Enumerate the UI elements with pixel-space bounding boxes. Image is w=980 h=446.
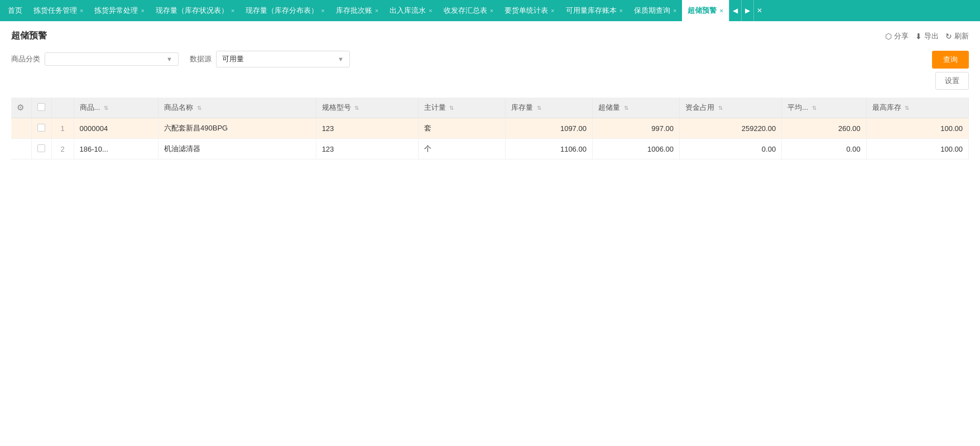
- data-source-value: 可用量: [222, 54, 244, 64]
- close-tab-stock-dist[interactable]: ×: [321, 7, 324, 14]
- nav-item-inout[interactable]: 出入库流水 ×: [384, 0, 438, 21]
- row1-overstock: 997.00: [592, 118, 679, 139]
- nav-item-batch[interactable]: 库存批次账 ×: [330, 0, 384, 21]
- col-header-check: [31, 98, 51, 118]
- data-source-select[interactable]: 可用量 ▼: [216, 51, 350, 67]
- share-icon: ⬡: [885, 32, 892, 41]
- row2-check-cell: [31, 139, 51, 159]
- nav-item-abnormal[interactable]: 拣货异常处理 ×: [89, 0, 150, 21]
- share-button[interactable]: ⬡ 分享: [885, 31, 909, 41]
- sort-icon-spec: ⇅: [354, 105, 359, 111]
- col-header-avg[interactable]: 平均... ⇅: [782, 98, 867, 118]
- row1-max-stock: 100.00: [866, 118, 968, 139]
- sort-icon-overstock: ⇅: [624, 105, 628, 111]
- sort-icon-unit: ⇅: [449, 105, 454, 111]
- row2-spec: 123: [316, 139, 418, 159]
- table-header: ⚙ 商品... ⇅ 商品名称 ⇅ 规格型号 ⇅: [11, 98, 969, 118]
- select-all-checkbox[interactable]: [37, 103, 45, 111]
- row1-check-cell: [31, 118, 51, 139]
- nav-item-task-mgmt[interactable]: 拣货任务管理 ×: [28, 0, 89, 21]
- row2-checkbox[interactable]: [37, 144, 45, 152]
- sort-icon-avg: ⇅: [812, 105, 816, 111]
- table-row: 1 0000004 六配套新昌490BPG 123 套 1097.00 997.…: [11, 118, 969, 139]
- close-tab-stock-status[interactable]: ×: [231, 7, 234, 14]
- export-button[interactable]: ⬇ 导出: [915, 31, 939, 41]
- close-tab-task-mgmt[interactable]: ×: [80, 7, 83, 14]
- row2-product-code: 186-10...: [74, 139, 158, 159]
- action-buttons: 查询 设置: [932, 51, 969, 90]
- close-tab-collect[interactable]: ×: [490, 7, 493, 14]
- row2-unit: 个: [418, 139, 505, 159]
- product-category-arrow: ▼: [166, 56, 172, 62]
- product-category-select[interactable]: ▼: [45, 52, 179, 66]
- col-header-product-code[interactable]: 商品... ⇅: [74, 98, 158, 118]
- col-header-gear: ⚙: [11, 98, 31, 118]
- col-header-unit[interactable]: 主计量 ⇅: [418, 98, 505, 118]
- page-title: 超储预警: [11, 30, 47, 42]
- nav-item-overstock[interactable]: 超储预警 ×: [682, 0, 728, 21]
- top-navigation: 首页 拣货任务管理 × 拣货异常处理 × 现存量（库存状况表） × 现存量（库存…: [0, 0, 980, 21]
- nav-item-available[interactable]: 可用量库存账本 ×: [560, 0, 628, 21]
- row2-num: 2: [51, 139, 74, 159]
- row1-avg: 260.00: [782, 118, 867, 139]
- nav-item-collect[interactable]: 收发存汇总表 ×: [438, 0, 499, 21]
- row2-avg: 0.00: [782, 139, 867, 159]
- close-tab-inout[interactable]: ×: [429, 7, 432, 14]
- row1-capital: 259220.00: [679, 118, 781, 139]
- col-header-num: [51, 98, 74, 118]
- close-tab-overstock[interactable]: ×: [719, 7, 723, 14]
- product-category-group: 商品分类 ▼: [11, 52, 179, 66]
- sort-icon-max-stock: ⇅: [905, 105, 909, 111]
- nav-next-arrow[interactable]: ▶: [741, 0, 753, 21]
- row1-checkbox[interactable]: [37, 124, 45, 132]
- data-table: ⚙ 商品... ⇅ 商品名称 ⇅ 规格型号 ⇅: [11, 98, 969, 159]
- table-body: 1 0000004 六配套新昌490BPG 123 套 1097.00 997.…: [11, 118, 969, 159]
- page-header: 超储预警 ⬡ 分享 ⬇ 导出 ↻ 刷新: [11, 30, 969, 42]
- table-gear-icon[interactable]: ⚙: [17, 103, 24, 112]
- refresh-icon: ↻: [945, 32, 952, 41]
- row1-unit: 套: [418, 118, 505, 139]
- col-header-capital[interactable]: 资金占用 ⇅: [679, 98, 781, 118]
- col-header-stock[interactable]: 库存量 ⇅: [505, 98, 592, 118]
- main-content: 超储预警 ⬡ 分享 ⬇ 导出 ↻ 刷新 商品分类 ▼: [0, 21, 980, 446]
- row2-gear-cell: [11, 139, 31, 159]
- close-tab-batch[interactable]: ×: [375, 7, 378, 14]
- col-header-max-stock[interactable]: 最高库存 ⇅: [866, 98, 968, 118]
- refresh-button[interactable]: ↻ 刷新: [945, 31, 969, 41]
- product-category-label: 商品分类: [11, 54, 40, 64]
- row1-gear-cell: [11, 118, 31, 139]
- filter-area: 商品分类 ▼ 数据源 可用量 ▼ 查询 设置: [11, 51, 969, 90]
- data-source-label: 数据源: [190, 54, 212, 64]
- sort-icon-stock: ⇅: [537, 105, 541, 111]
- close-tab-available[interactable]: ×: [619, 7, 623, 14]
- nav-close-all[interactable]: ✕: [753, 0, 766, 21]
- nav-item-stock-dist[interactable]: 现存量（库存分布表） ×: [240, 0, 330, 21]
- row2-overstock: 1006.00: [592, 139, 679, 159]
- data-source-arrow: ▼: [338, 56, 344, 62]
- row2-product-name: 机油滤清器: [158, 139, 316, 159]
- col-header-spec[interactable]: 规格型号 ⇅: [316, 98, 418, 118]
- nav-item-expiry[interactable]: 保质期查询 ×: [628, 0, 682, 21]
- sort-icon-product-name: ⇅: [197, 105, 201, 111]
- close-tab-abnormal[interactable]: ×: [141, 7, 144, 14]
- settings-button[interactable]: 设置: [935, 72, 969, 90]
- export-icon: ⬇: [915, 32, 922, 41]
- close-tab-order-stat[interactable]: ×: [551, 7, 554, 14]
- table-row: 2 186-10... 机油滤清器 123 个 1106.00 1006.00 …: [11, 139, 969, 159]
- row2-capital: 0.00: [679, 139, 781, 159]
- row1-num: 1: [51, 118, 74, 139]
- row1-product-code: 0000004: [74, 118, 158, 139]
- nav-item-stock-status[interactable]: 现存量（库存状况表） ×: [150, 0, 240, 21]
- query-button[interactable]: 查询: [932, 51, 969, 69]
- row2-stock: 1106.00: [505, 139, 592, 159]
- nav-item-home[interactable]: 首页: [2, 0, 28, 21]
- row1-spec: 123: [316, 118, 418, 139]
- col-header-product-name[interactable]: 商品名称 ⇅: [158, 98, 316, 118]
- close-tab-expiry[interactable]: ×: [673, 7, 676, 14]
- nav-item-order-stat[interactable]: 要货单统计表 ×: [499, 0, 560, 21]
- nav-prev-arrow[interactable]: ◀: [729, 0, 741, 21]
- filter-inputs: 商品分类 ▼ 数据源 可用量 ▼: [11, 51, 921, 67]
- col-header-overstock[interactable]: 超储量 ⇅: [592, 98, 679, 118]
- row2-max-stock: 100.00: [866, 139, 968, 159]
- header-actions: ⬡ 分享 ⬇ 导出 ↻ 刷新: [885, 31, 969, 41]
